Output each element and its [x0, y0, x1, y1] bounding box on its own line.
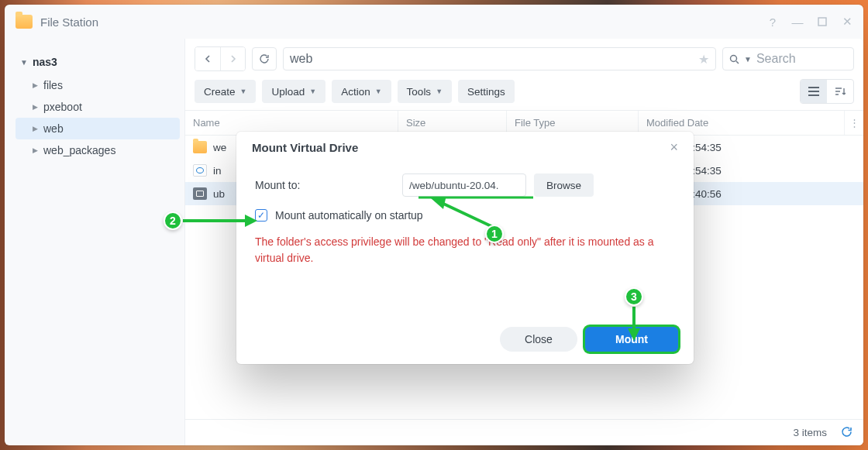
- annotation-arrow-3: [628, 307, 643, 341]
- help-icon[interactable]: ?: [767, 16, 778, 27]
- app-title: File Station: [40, 15, 98, 29]
- sidebar-item-files[interactable]: ▶files: [16, 74, 180, 96]
- sort-button[interactable]: [827, 80, 853, 103]
- sidebar-item-web-packages[interactable]: ▶web_packages: [16, 139, 180, 161]
- browse-button[interactable]: Browse: [534, 173, 594, 197]
- caret-right-icon: ▶: [33, 81, 38, 89]
- caret-right-icon: ▶: [33, 125, 38, 132]
- svg-rect-0: [818, 18, 826, 26]
- path-input[interactable]: web ★: [283, 47, 716, 70]
- create-button[interactable]: Create▼: [195, 80, 256, 103]
- tree-root-label: nas3: [33, 56, 57, 68]
- item-count: 3 items: [793, 427, 827, 438]
- refresh-button[interactable]: [252, 47, 277, 70]
- chevron-down-icon: ▼: [744, 55, 752, 64]
- mount-virtual-drive-dialog: Mount Virtual Drive × Mount to: Browse ✓…: [236, 132, 694, 364]
- forward-button[interactable]: [220, 47, 245, 70]
- close-button-dialog[interactable]: Close: [500, 327, 577, 352]
- minimize-button[interactable]: —: [792, 16, 803, 27]
- annotation-badge-3: 3: [625, 287, 643, 306]
- search-placeholder: Search: [756, 52, 796, 66]
- mount-to-label: Mount to:: [255, 179, 394, 191]
- close-button[interactable]: ✕: [842, 16, 852, 27]
- dialog-close-icon[interactable]: ×: [670, 139, 678, 156]
- folder-icon: [193, 141, 207, 153]
- app-icon: [16, 15, 33, 29]
- php-icon: [193, 164, 207, 177]
- nav-group: [195, 46, 246, 71]
- sidebar-item-pxeboot[interactable]: ▶pxeboot: [16, 96, 180, 118]
- back-button[interactable]: [195, 47, 220, 70]
- caret-right-icon: ▶: [33, 146, 38, 154]
- annotation-arrow-2: [183, 215, 257, 230]
- list-view-button[interactable]: [801, 80, 827, 103]
- dialog-title: Mount Virtual Drive: [252, 141, 358, 154]
- caret-down-icon: ▼: [20, 58, 28, 67]
- search-input[interactable]: ▼ Search: [722, 47, 854, 70]
- sidebar-item-web[interactable]: ▶web: [16, 118, 180, 139]
- path-value: web: [290, 52, 312, 66]
- status-bar: 3 items: [185, 419, 863, 445]
- upload-button[interactable]: Upload▼: [262, 80, 326, 103]
- search-icon: [729, 54, 739, 64]
- tree-root[interactable]: ▼ nas3: [16, 53, 180, 71]
- auto-mount-label: Mount automatically on startup: [275, 209, 423, 222]
- caret-right-icon: ▶: [33, 103, 38, 111]
- annotation-underline-1: [418, 196, 533, 201]
- img-icon: [193, 187, 207, 200]
- annotation-badge-2: 2: [164, 211, 182, 230]
- tools-button[interactable]: Tools▼: [398, 80, 452, 103]
- annotation-badge-1: 1: [485, 225, 504, 243]
- titlebar: File Station ? — ✕: [5, 5, 863, 39]
- settings-button[interactable]: Settings: [458, 80, 515, 103]
- maximize-button[interactable]: [817, 16, 828, 27]
- svg-point-1: [731, 55, 737, 61]
- columns-menu-icon[interactable]: ⋮: [845, 111, 863, 135]
- star-icon[interactable]: ★: [698, 52, 709, 67]
- svg-line-3: [442, 203, 494, 228]
- status-refresh-icon[interactable]: [841, 426, 852, 440]
- mount-to-input[interactable]: [402, 173, 526, 197]
- sidebar: ▼ nas3 ▶files▶pxeboot▶web▶web_packages: [5, 39, 184, 445]
- action-button[interactable]: Action▼: [332, 80, 391, 103]
